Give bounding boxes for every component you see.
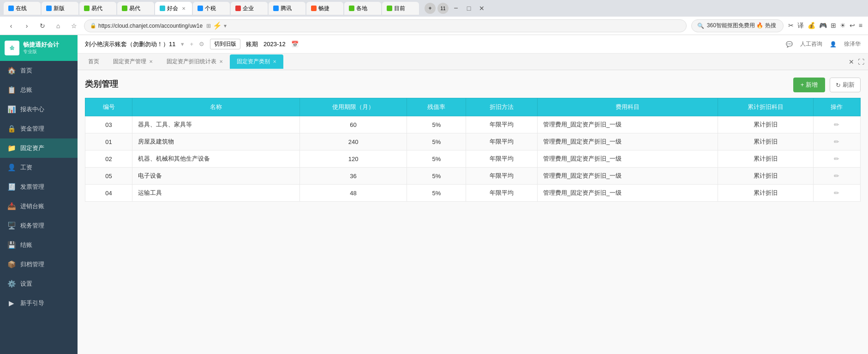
browser-tab-changjie[interactable]: 畅捷 [306, 2, 343, 15]
user-account-info: 刘小艳演示账套（勿删勿动！）11 [85, 40, 175, 48]
bookmark-btn[interactable]: ☆ [68, 20, 79, 31]
cell-code[interactable]: 02 [85, 150, 132, 168]
cell-code[interactable]: 05 [85, 168, 132, 185]
sidebar-item-ledger[interactable]: 📋 总账 [0, 80, 78, 100]
cell-code[interactable]: 01 [85, 133, 132, 150]
reload-btn[interactable]: ↻ [37, 20, 48, 31]
sidebar-item-funds[interactable]: 🔒 资金管理 [0, 119, 78, 138]
dropdown-arrow-icon[interactable]: ▾ [181, 41, 184, 48]
grid-icon[interactable]: ⊞ [831, 22, 836, 30]
inout-icon: 📥 [7, 202, 16, 210]
sidebar-item-fixed-assets[interactable]: 📁 固定资产 [0, 138, 78, 158]
cell-code[interactable]: 03 [85, 116, 132, 133]
undo-icon[interactable]: ↩ [850, 22, 855, 30]
tab-home[interactable]: 首页 [81, 54, 106, 69]
tab-close-depreciation[interactable]: ✕ [219, 59, 223, 64]
browser-tab-enterprise[interactable]: 企业 [231, 2, 268, 15]
help-text[interactable]: 人工咨询 [800, 40, 822, 48]
game-icon[interactable]: 🎮 [819, 22, 827, 30]
cell-accumulated: 累计折旧 [718, 168, 813, 185]
tab-depreciation[interactable]: 固定资产折旧统计表 ✕ [160, 54, 230, 69]
edit-icon[interactable]: ✏ [834, 121, 839, 128]
tab-label-tencent: 腾讯 [281, 5, 292, 12]
browser-tab-tencent[interactable]: 腾讯 [269, 2, 305, 15]
add-account-btn[interactable]: + [190, 41, 193, 48]
dropdown-icon[interactable]: ▾ [224, 23, 227, 29]
browser-tab-haohui[interactable]: 好会 ✕ [155, 2, 192, 15]
cell-months: 120 [299, 150, 407, 168]
tab-close-fixed-mgmt[interactable]: ✕ [149, 59, 153, 64]
sidebar-item-archive[interactable]: 📦 归档管理 [0, 255, 78, 274]
cell-name: 运输工具 [132, 185, 300, 202]
home-icon: 🏠 [7, 66, 16, 75]
period-label: 账期 [246, 40, 258, 48]
expand-tab-btn[interactable]: ⛶ [858, 58, 864, 66]
refresh-btn[interactable]: ↻ 刷新 [830, 78, 861, 92]
app-name: 畅捷通好会计 [23, 41, 59, 48]
new-tab-btn[interactable]: + [425, 3, 436, 14]
browser-tab-tax[interactable]: 个税 [193, 2, 230, 15]
back-btn[interactable]: ‹ [6, 20, 17, 31]
sidebar-item-invoices[interactable]: 🧾 发票管理 [0, 177, 78, 197]
cell-code[interactable]: 04 [85, 185, 132, 202]
switch-old-version-btn[interactable]: 切到旧版 [210, 39, 240, 49]
edit-icon[interactable]: ✏ [834, 138, 839, 145]
tab-label-muqian: 目前 [394, 5, 405, 12]
tab-category[interactable]: 固定资产类别 ✕ [230, 54, 283, 69]
top-bar-right: 💬 人工咨询 👤 徐泽华 [786, 40, 861, 48]
device-icon: ⊞ [206, 23, 211, 29]
cell-expense: 管理费用_固定资产折旧_一级 [537, 116, 718, 133]
sidebar-item-payroll[interactable]: 👤 工资 [0, 158, 78, 177]
tab-close-category[interactable]: ✕ [273, 59, 276, 64]
search-icon: 🔍 [697, 23, 704, 29]
calendar-icon[interactable]: 📅 [291, 41, 299, 48]
maximize-btn[interactable]: □ [463, 3, 474, 14]
sidebar-item-inout[interactable]: 📥 进销台账 [0, 197, 78, 216]
table-row: 04 运输工具 48 5% 年限平均 管理费用_固定资产折旧_一级 累计折旧 ✏ [85, 185, 861, 202]
browser-tab-online[interactable]: 在线 [4, 2, 41, 15]
sidebar-item-reports[interactable]: 📊 报表中心 [0, 100, 78, 119]
edit-icon[interactable]: ✏ [834, 155, 839, 162]
sidebar-label-invoices: 发票管理 [20, 183, 44, 191]
browser-tab-new[interactable]: 新版 [42, 2, 78, 15]
close-window-btn[interactable]: ✕ [476, 3, 487, 14]
tab-home-label: 首页 [88, 58, 99, 66]
sidebar-item-settings[interactable]: ⚙️ 设置 [0, 274, 78, 294]
close-tab-btn[interactable]: ✕ [849, 58, 854, 66]
wallet-icon[interactable]: 💰 [808, 22, 815, 30]
settings-gear-icon[interactable]: ⚙ [199, 41, 204, 48]
translate-icon[interactable]: 译 [797, 22, 804, 30]
sidebar-item-guide[interactable]: ▶ 新手引导 [0, 294, 78, 313]
guide-icon: ▶ [7, 299, 16, 307]
sun-icon[interactable]: ☀ [840, 22, 846, 30]
sidebar-item-settle[interactable]: 💾 结账 [0, 235, 78, 255]
cell-action[interactable]: ✏ [813, 168, 860, 185]
cell-action[interactable]: ✏ [813, 185, 860, 202]
search-bar[interactable]: 🔍 360智能抠图免费用 🔥 热搜 [691, 19, 784, 32]
edit-icon[interactable]: ✏ [834, 172, 839, 180]
tab-fixed-mgmt[interactable]: 固定资产管理 ✕ [106, 54, 160, 69]
cell-action[interactable]: ✏ [813, 150, 860, 168]
sidebar-item-home[interactable]: 🏠 首页 [0, 61, 78, 80]
browser-tab-yidai1[interactable]: 易代 [79, 2, 116, 15]
cell-action[interactable]: ✏ [813, 116, 860, 133]
cell-accumulated: 累计折旧 [718, 185, 813, 202]
minimize-btn[interactable]: − [450, 3, 461, 14]
menu-icon[interactable]: ≡ [859, 22, 862, 30]
browser-tab-yidai2[interactable]: 易代 [117, 2, 154, 15]
edit-icon[interactable]: ✏ [834, 189, 839, 197]
url-input[interactable]: 🔒 https://cloud.chanjet.com/accounting/u… [84, 19, 687, 32]
tab-category-label: 固定资产类别 [237, 58, 270, 66]
add-category-btn[interactable]: + 新增 [793, 78, 825, 92]
tab-label-enterprise: 企业 [243, 5, 254, 12]
cell-action[interactable]: ✏ [813, 133, 860, 150]
tab-label-yidai2: 易代 [129, 5, 140, 12]
forward-btn[interactable]: › [21, 20, 32, 31]
scissors-icon[interactable]: ✂ [788, 22, 794, 30]
sidebar-item-tax[interactable]: 🖥️ 税务管理 [0, 216, 78, 235]
home-nav-btn[interactable]: ⌂ [53, 20, 64, 31]
browser-tab-close-haohui[interactable]: ✕ [182, 6, 186, 11]
cell-method: 年限平均 [466, 168, 537, 185]
browser-tab-gedi[interactable]: 各地 [344, 2, 381, 15]
browser-tab-muqian[interactable]: 目前 [382, 2, 419, 15]
